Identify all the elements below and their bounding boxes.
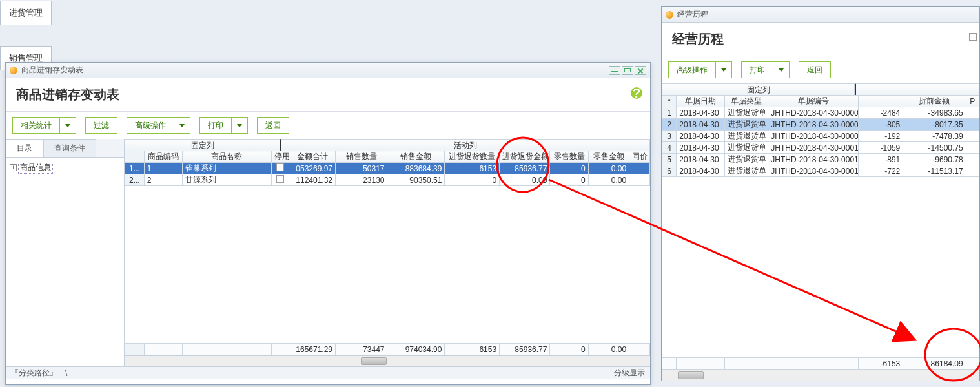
tree-expand-icon[interactable]: +	[10, 164, 17, 171]
col-header[interactable]: 商品名称	[182, 151, 271, 163]
col-group-fixed: 固定列	[125, 139, 280, 151]
nav-purchase[interactable]: 进货管理	[0, 1, 52, 25]
checkbox[interactable]	[969, 33, 977, 41]
table-row[interactable]: 32018-04-30进货退货单JHTHD-2018-04-30-00009-1…	[662, 131, 979, 142]
advanced-button[interactable]: 高级操作	[127, 117, 174, 134]
col-header[interactable]: 销售金额	[387, 151, 445, 163]
status-right: 分级显示	[614, 368, 645, 379]
sum-ra: 85936.77	[500, 344, 550, 355]
caret-down-icon	[179, 124, 185, 127]
scrollbar-x[interactable]	[662, 370, 979, 381]
sum-rq: 6153	[445, 344, 500, 355]
advanced-dropdown[interactable]	[715, 61, 732, 78]
table-row[interactable]: 22018-04-30进货退货单JHTHD-2018-04-30-00008-8…	[662, 119, 979, 131]
table-row[interactable]: 62018-04-30进货退货单JHTHD-2018-04-30-00012-7…	[662, 165, 979, 177]
inventory-grid[interactable]: 商品编码商品名称停用金额合计销售数量销售金额进货退货数量进货退货金额零售数量零售…	[125, 151, 650, 186]
status-left: 『分类路径』	[11, 368, 57, 379]
tab-query[interactable]: 查询条件	[43, 139, 96, 157]
col-header[interactable]: 销售数量	[336, 151, 387, 163]
history-grid[interactable]: *单据日期单据类型单据编号折前金额P 12018-04-30进货退货单JHTHD…	[662, 95, 979, 177]
toolbar: 高级操作 打印 返回	[662, 56, 979, 83]
tab-catalog[interactable]: 目录	[6, 139, 43, 157]
table-row[interactable]: 2...2甘源系列 112401.322313090350.51 00.0000…	[125, 174, 650, 186]
col-header[interactable]: 零售金额	[588, 151, 629, 163]
caret-down-icon	[65, 124, 70, 127]
sum-qty: -6153	[859, 358, 903, 370]
col-header[interactable]: 零售数量	[550, 151, 588, 163]
sum-amt: 165671.29	[289, 344, 336, 355]
page-title: 经营历程	[672, 32, 724, 46]
caret-down-icon	[779, 68, 784, 72]
table-row[interactable]: 42018-04-30进货退货单JHTHD-2018-04-30-00010-1…	[662, 142, 979, 154]
advanced-button[interactable]: 高级操作	[668, 61, 716, 78]
col-header[interactable]: 单据日期	[677, 96, 725, 107]
col-header[interactable]: 商品编码	[144, 151, 182, 163]
back-button[interactable]: 返回	[799, 61, 831, 78]
col-header[interactable]	[125, 151, 145, 163]
minimize-icon[interactable]	[609, 66, 620, 75]
page-title: 商品进销存变动表	[16, 87, 119, 101]
window-title: 商品进销存变动表	[21, 65, 83, 76]
caret-down-icon	[237, 124, 242, 127]
print-dropdown[interactable]	[231, 117, 248, 134]
print-dropdown[interactable]	[773, 61, 790, 78]
history-footer: -6153-86184.09	[662, 357, 979, 370]
col-group-rest	[855, 83, 979, 95]
col-header[interactable]: 停用	[271, 151, 289, 163]
sum-qty: 73447	[336, 344, 387, 355]
window-inventory-report: 商品进销存变动表 商品进销存变动表 ? 相关统计 过滤 高级操作 打印 返回 目…	[5, 62, 651, 385]
col-group-fixed: 固定列	[662, 83, 855, 95]
nav-label: 进货管理	[9, 7, 43, 19]
window-title: 经营历程	[677, 9, 708, 20]
col-header[interactable]	[859, 96, 903, 107]
scrollbar-x[interactable]	[125, 355, 650, 366]
col-group-active: 活动列	[280, 139, 650, 151]
related-stats-dropdown[interactable]	[59, 117, 76, 134]
tree-item-label: 商品信息	[18, 162, 53, 174]
col-header[interactable]: 同价	[629, 151, 650, 163]
col-header[interactable]: 进货退货数量	[445, 151, 500, 163]
page-title-row: 商品进销存变动表 ?	[6, 78, 650, 112]
back-button[interactable]: 返回	[257, 117, 289, 134]
col-header[interactable]: *	[662, 96, 677, 107]
print-button[interactable]: 打印	[741, 61, 773, 78]
filter-button[interactable]: 过滤	[85, 117, 117, 134]
side-tabs: 目录 查询条件	[6, 139, 124, 158]
col-header[interactable]: 单据类型	[725, 96, 768, 107]
status-bar: 『分类路径』 \ 分级显示	[6, 366, 650, 379]
sum-retq: 0	[550, 344, 588, 355]
col-header[interactable]: P	[966, 96, 979, 107]
app-icon	[666, 11, 673, 19]
related-stats-button[interactable]: 相关统计	[12, 117, 60, 134]
sum-sales: 974034.90	[387, 344, 445, 355]
col-header[interactable]: 单据编号	[768, 96, 859, 107]
toolbar: 相关统计 过滤 高级操作 打印 返回	[6, 112, 650, 139]
col-header[interactable]: 折前金额	[903, 96, 966, 107]
maximize-icon[interactable]	[622, 66, 633, 75]
title-bar: 经营历程	[662, 7, 979, 23]
close-icon[interactable]	[635, 66, 646, 75]
page-title-row: 经营历程	[662, 23, 979, 56]
table-row[interactable]: 1...1雀巢系列 053269.9750317883684.39 615385…	[125, 163, 650, 174]
app-icon	[10, 67, 17, 74]
col-header[interactable]: 金额合计	[289, 151, 336, 163]
sum-amt: -86184.09	[903, 358, 966, 370]
tree[interactable]: + 商品信息	[6, 158, 124, 178]
window-business-history: 经营历程 经营历程 高级操作 打印 返回 固定列 *单据日期单据类型单据编号折前…	[661, 6, 980, 381]
advanced-dropdown[interactable]	[174, 117, 190, 134]
inventory-footer: 165671.29 73447 974034.90 6153 85936.77 …	[125, 343, 650, 355]
title-bar: 商品进销存变动表	[6, 63, 650, 78]
caret-down-icon	[721, 68, 726, 72]
help-icon[interactable]: ?	[631, 87, 642, 99]
print-button[interactable]: 打印	[199, 117, 232, 134]
sum-reta: 0.00	[588, 344, 629, 355]
col-header[interactable]: 进货退货金额	[500, 151, 550, 163]
table-row[interactable]: 52018-04-30进货退货单JHTHD-2018-04-30-00011-8…	[662, 154, 979, 165]
table-row[interactable]: 12018-04-30进货退货单JHTHD-2018-04-30-00007-2…	[662, 107, 979, 119]
